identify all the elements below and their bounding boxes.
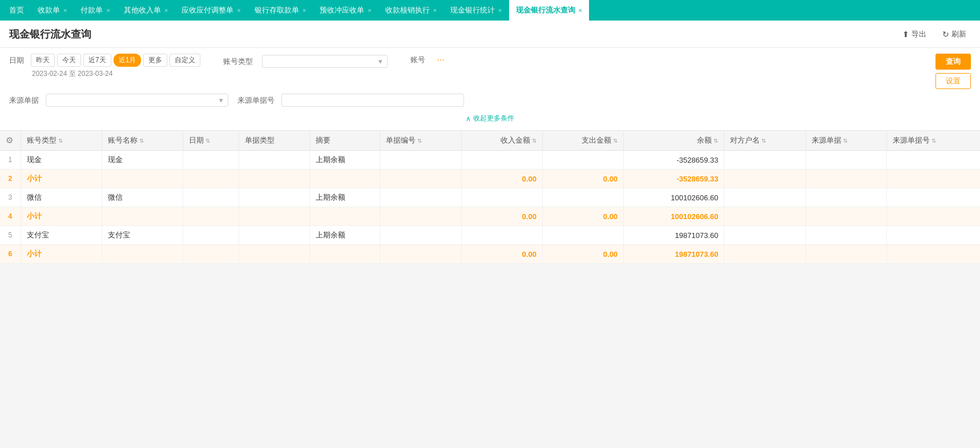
source-doc-num-label: 来源单据号 (237, 95, 275, 106)
cell-counterparty (724, 151, 805, 169)
table-row: 4小计0.000.00100102606.60 (0, 207, 980, 226)
export-label: 导出 (912, 29, 926, 39)
nav-payments[interactable]: 付款单 × (74, 0, 116, 21)
sort-doc-num-icon: ⇅ (417, 138, 422, 144)
nav-receipt-verify-close[interactable]: × (433, 7, 437, 14)
sort-income[interactable]: 收入金额 ⇅ (501, 135, 537, 146)
date-btn-today[interactable]: 今天 (57, 54, 81, 67)
cell-counterparty (724, 188, 805, 207)
filter-actions: 查询 设置 (935, 54, 971, 89)
sort-source-doc-num[interactable]: 来源单据号 ⇅ (893, 135, 936, 146)
nav-receipt-verify[interactable]: 收款核销执行 × (378, 0, 443, 21)
nav-ar-ap-adjust[interactable]: 应收应付调整单 × (175, 0, 247, 21)
th-summary: 摘要 (309, 131, 380, 151)
nav-other-income[interactable]: 其他收入单 × (117, 0, 175, 21)
export-button[interactable]: ⬆ 导出 (898, 27, 931, 42)
query-button[interactable]: 查询 (935, 54, 971, 70)
cell-source-doc-num (886, 151, 980, 169)
nav-ar-ap-adjust-close[interactable]: × (237, 7, 240, 14)
cell-doc-num (380, 188, 461, 207)
nav-payments-close[interactable]: × (106, 7, 110, 14)
source-doc-block: 来源单据 ▾ (9, 94, 228, 107)
cell-income (461, 188, 542, 207)
nav-bank-deposit[interactable]: 银行存取款单 × (248, 0, 313, 21)
cell-expense: 0.00 (542, 207, 623, 226)
nav-bank-deposit-close[interactable]: × (303, 7, 306, 14)
table-row: 6小计0.000.0019871073.60 (0, 245, 980, 264)
cell-income: 0.00 (461, 245, 542, 264)
cell-summary (309, 245, 380, 264)
filter-row-2: 来源单据 ▾ 来源单据号 (9, 94, 971, 107)
cell-source-doc (805, 207, 886, 226)
date-btn-7days[interactable]: 近7天 (83, 54, 111, 67)
account-dots-btn[interactable]: ··· (434, 55, 446, 65)
date-btn-custom[interactable]: 自定义 (170, 54, 200, 67)
nav-receipts-close[interactable]: × (63, 7, 67, 14)
sort-account-name[interactable]: 账号名称 ⇅ (108, 135, 144, 146)
date-filter-label: 日期 (9, 55, 24, 66)
refresh-label: 刷新 (951, 29, 966, 39)
gear-settings-icon[interactable]: ⚙ (6, 135, 13, 145)
nav-receipts[interactable]: 收款单 × (31, 0, 74, 21)
collapse-button[interactable]: ∧ 收起更多条件 (460, 112, 520, 124)
cell-account-name: 支付宝 (102, 226, 183, 245)
settings-button[interactable]: 设置 (935, 73, 971, 89)
source-doc-select[interactable]: ▾ (46, 94, 228, 107)
sort-account-type[interactable]: 账号类型 ⇅ (27, 135, 63, 146)
table-body: 1现金现金上期余额-3528659.332小计0.000.00-3528659.… (0, 151, 980, 264)
cell-balance: 100102606.60 (624, 188, 724, 207)
nav-cash-bank-stat-label: 现金银行统计 (450, 5, 495, 15)
sort-counterparty-icon: ⇅ (761, 138, 766, 144)
nav-cash-bank-stat[interactable]: 现金银行统计 × (443, 0, 509, 21)
nav-cash-bank-stat-close[interactable]: × (498, 7, 502, 14)
nav-receipt-verify-label: 收款核销执行 (385, 5, 430, 15)
th-date: 日期 ⇅ (183, 131, 239, 151)
data-table: ⚙ 账号类型 ⇅ 账号名称 ⇅ 日期 (0, 131, 980, 264)
cell-source-doc-num (886, 226, 980, 245)
cell-source-doc (805, 245, 886, 264)
cell-row-num: 1 (0, 151, 21, 169)
nav-prepay-offset[interactable]: 预收冲应收单 × (313, 0, 378, 21)
date-btn-more[interactable]: 更多 (143, 54, 167, 67)
cell-account-type: 现金 (21, 151, 102, 169)
sort-balance[interactable]: 余额 ⇅ (697, 135, 718, 146)
cell-source-doc (805, 169, 886, 188)
export-icon: ⬆ (902, 30, 909, 39)
nav-home[interactable]: 首页 (2, 0, 31, 21)
cell-source-doc (805, 188, 886, 207)
nav-prepay-offset-close[interactable]: × (368, 7, 371, 14)
source-doc-num-input[interactable] (281, 94, 464, 107)
date-range-text: 2023-02-24 至 2023-03-24 (32, 69, 112, 79)
sort-date-icon: ⇅ (205, 138, 210, 144)
sort-counterparty[interactable]: 对方户名 ⇅ (730, 135, 766, 146)
cell-doc-num (380, 226, 461, 245)
date-btn-1month[interactable]: 近1月 (114, 54, 142, 67)
nav-cash-bank-flow-label: 现金银行流水查询 (516, 5, 575, 15)
cell-doc-type (239, 151, 310, 169)
cell-date (183, 207, 239, 226)
cell-income (461, 226, 542, 245)
sort-source-doc[interactable]: 来源单据 ⇅ (812, 135, 848, 146)
cell-doc-type (239, 226, 310, 245)
page-title: 现金银行流水查询 (9, 27, 91, 41)
cell-summary (309, 207, 380, 226)
cell-source-doc-num (886, 188, 980, 207)
refresh-button[interactable]: ↻ 刷新 (938, 27, 971, 42)
refresh-icon: ↻ (942, 30, 949, 39)
cell-date (183, 245, 239, 264)
account-type-select[interactable]: ▾ (262, 55, 388, 68)
nav-cash-bank-flow[interactable]: 现金银行流水查询 × (509, 0, 589, 21)
sort-expense[interactable]: 支出金额 ⇅ (582, 135, 618, 146)
cell-account-type: 小计 (21, 207, 102, 226)
date-options: 昨天 今天 近7天 近1月 更多 自定义 (31, 54, 200, 67)
cell-account-name (102, 207, 183, 226)
sort-doc-num[interactable]: 单据编号 ⇅ (386, 135, 422, 146)
date-btn-yesterday[interactable]: 昨天 (31, 54, 55, 67)
header-actions: ⬆ 导出 ↻ 刷新 (898, 27, 971, 42)
nav-other-income-close[interactable]: × (164, 7, 168, 14)
collapse-row: ∧ 收起更多条件 (9, 110, 971, 126)
sort-date[interactable]: 日期 ⇅ (189, 135, 210, 146)
table-row: 1现金现金上期余额-3528659.33 (0, 151, 980, 169)
nav-cash-bank-flow-close[interactable]: × (579, 7, 582, 14)
cell-summary (309, 169, 380, 188)
